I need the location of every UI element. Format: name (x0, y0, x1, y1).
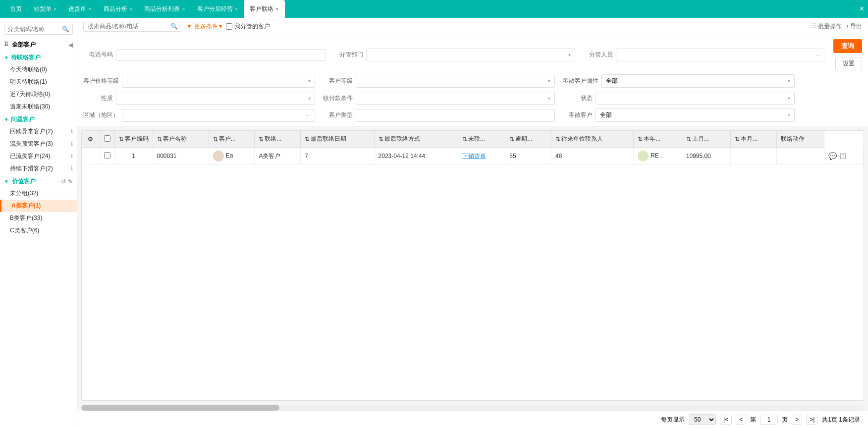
th-sort-this-year[interactable]: ⇅ (638, 136, 643, 143)
th-check[interactable] (100, 131, 114, 148)
nav-close-purchase[interactable]: × (88, 6, 91, 12)
filter-region: 区域（地区） ··· (83, 109, 315, 122)
sidebar-search-input[interactable] (7, 26, 62, 33)
filter-status: 状态 ▾ (563, 92, 795, 105)
row-code: 000031 (153, 148, 209, 165)
filter-cust-level-select[interactable]: ▾ (356, 75, 555, 88)
sidebar-group-problem[interactable]: ▼ 问题客户 (0, 113, 77, 125)
value-group-refresh-icon[interactable]: ↺ (61, 178, 66, 185)
nav-close-customer-contact[interactable]: × (275, 6, 278, 12)
my-customers-checkbox-wrap[interactable]: 我分管的客户 (226, 22, 270, 31)
nav-sales[interactable]: 销货单 × (28, 0, 62, 18)
th-sort-last-date[interactable]: ⇅ (305, 136, 310, 143)
th-last-date: ⇅ 最后联络日期 (301, 131, 375, 148)
th-sort-this-month[interactable]: ⇅ (735, 136, 740, 143)
last-page-btn[interactable]: >| (806, 415, 818, 425)
sidebar-item-abnormal-repurchase[interactable]: 回购异常客户(2) ℹ (0, 125, 77, 138)
filter-cust-level-arrow: ▾ (548, 78, 550, 84)
filter-region-select[interactable]: ··· (122, 109, 315, 122)
row-name[interactable]: Ea (209, 148, 255, 165)
row-link-icon[interactable]: ⚿ (840, 152, 847, 160)
export-btn[interactable]: ↑ 导出 (846, 22, 862, 31)
th-sort-last-month[interactable]: ⇅ (686, 136, 691, 143)
query-btn-group: 查询 设置 (833, 39, 862, 70)
nav-home[interactable]: 首页 (4, 0, 28, 18)
info-icon-3: ℹ (71, 153, 73, 160)
row-check[interactable] (100, 148, 114, 165)
filter-row-4: 区域（地区） ··· 客户类型 零散客户 全部 (83, 108, 862, 122)
sidebar-item-today[interactable]: 今天待联络(0) (0, 63, 77, 76)
sidebar-item-class-b[interactable]: B类客户(33) (0, 212, 77, 224)
th-sort-person[interactable]: ⇅ (555, 136, 560, 143)
nav-customer-tier[interactable]: 客户分层经营 × (191, 0, 244, 18)
sidebar-item-overdue[interactable]: 逾期未联络(30) (0, 101, 77, 113)
settings-button[interactable]: 设置 (835, 57, 862, 70)
scrollbar-thumb[interactable] (81, 405, 279, 411)
filter-retail-attr-select[interactable]: 全部 ▾ (601, 74, 795, 88)
th-sort-name[interactable]: ⇅ (157, 136, 162, 143)
more-filters-btn[interactable]: ▼ 更多条件 ▾ (186, 22, 222, 31)
nav-close-goods-analysis-list[interactable]: × (182, 6, 185, 12)
filter-status-select[interactable]: ▾ (596, 92, 795, 105)
sidebar-item-class-a[interactable]: A类客户(1) (0, 200, 77, 212)
nav-customer-contact[interactable]: 客户联络 × (244, 0, 284, 18)
nav-close-goods-analysis[interactable]: × (129, 6, 132, 12)
value-group-settings-icon[interactable]: ✎ (68, 178, 73, 185)
filter-retail-cust: 零散客户 全部 ▾ (563, 108, 795, 122)
filter-person-select[interactable]: ··· (616, 49, 825, 61)
sidebar-item-declining[interactable]: 持续下滑客户(2) ℹ (0, 162, 77, 175)
page-number-input[interactable] (760, 415, 778, 425)
nav-purchase[interactable]: 进货单 × (62, 0, 97, 18)
nav-goods-analysis[interactable]: 商品分析 × (98, 0, 138, 18)
sidebar-item-churn-warning[interactable]: 流失预警客户(3) ℹ (0, 138, 77, 150)
row-chat-icon[interactable]: 💬 (828, 152, 837, 160)
sidebar-item-churned[interactable]: 已流失客户(24) ℹ (0, 150, 77, 162)
sidebar-item-class-c[interactable]: C类客户(6) (0, 224, 77, 237)
sidebar-search-icon[interactable]: 🔍 (62, 26, 69, 33)
my-customers-checkbox[interactable] (226, 23, 232, 30)
sidebar-group-value[interactable]: ▼ 价值客户 ↺ ✎ (0, 175, 77, 187)
select-all-checkbox[interactable] (104, 135, 110, 142)
main-search-input[interactable] (88, 23, 168, 30)
row-contact: 7 (301, 148, 375, 165)
next-page-btn[interactable]: > (792, 415, 802, 425)
th-sort-code[interactable]: ⇅ (119, 136, 124, 143)
prev-page-btn[interactable]: < (736, 415, 746, 425)
nav-close-sales[interactable]: × (54, 6, 56, 12)
sidebar-search-wrap: 🔍 (4, 24, 73, 35)
sidebar-item-ungrouped[interactable]: 未分组(32) (0, 187, 77, 200)
filter-dept-select[interactable]: ▾ (366, 49, 576, 61)
filter-nature-select[interactable]: ▾ (116, 92, 315, 105)
th-sort-contact[interactable]: ⇅ (259, 136, 264, 143)
sidebar-collapse-icon[interactable]: ◀ (68, 42, 73, 49)
page-size-select[interactable]: 50 100 200 (689, 414, 716, 425)
triangle-icon-value: ▼ (4, 179, 9, 184)
sidebar-group-pending[interactable]: ▼ 待联络客户 (0, 51, 77, 63)
nav-goods-analysis-list[interactable]: 商品分析列表 × (138, 0, 191, 18)
th-sort-overdue[interactable]: ⇅ (509, 136, 514, 143)
filter-price-level-select[interactable]: ▾ (122, 75, 315, 88)
filter-phone-input[interactable] (116, 49, 326, 61)
sidebar-item-7days[interactable]: 近7天待联络(0) (0, 88, 77, 101)
filter-cust-type-select[interactable] (356, 109, 555, 122)
th-sort-no-contact[interactable]: ⇅ (462, 136, 467, 143)
nav-close-customer-tier[interactable]: × (235, 6, 238, 12)
sidebar-item-tomorrow[interactable]: 明天待联络(1) (0, 76, 77, 88)
first-page-btn[interactable]: |< (720, 415, 732, 425)
row-last-method[interactable]: 下销货单 (458, 148, 505, 165)
sidebar-all-customers[interactable]: ⠿ 全部客户 ◀ (0, 39, 77, 51)
row-last-date: 2023-04-12 14:44: (374, 148, 458, 165)
filter-bar: 🔍 ▼ 更多条件 ▾ 我分管的客户 ☰ 批量操作 ↑ 导出 (77, 18, 868, 35)
main-search-icon[interactable]: 🔍 (170, 23, 178, 30)
th-settings[interactable]: ⚙ (82, 131, 100, 148)
horizontal-scrollbar[interactable] (81, 405, 864, 411)
filter-payment-select[interactable]: ▾ (356, 92, 555, 105)
advanced-filters: 电话号码 分管部门 ▾ 分管人员 ··· (77, 35, 868, 126)
query-button[interactable]: 查询 (833, 39, 862, 53)
filter-retail-cust-select[interactable]: 全部 ▾ (596, 108, 795, 122)
th-sort-type[interactable]: ⇅ (213, 136, 218, 143)
batch-op-btn[interactable]: ☰ 批量操作 (811, 22, 842, 31)
table-settings-icon[interactable]: ⚙ (88, 136, 93, 143)
th-sort-last-method[interactable]: ⇅ (379, 136, 383, 143)
app-close-button[interactable]: × (860, 4, 864, 13)
